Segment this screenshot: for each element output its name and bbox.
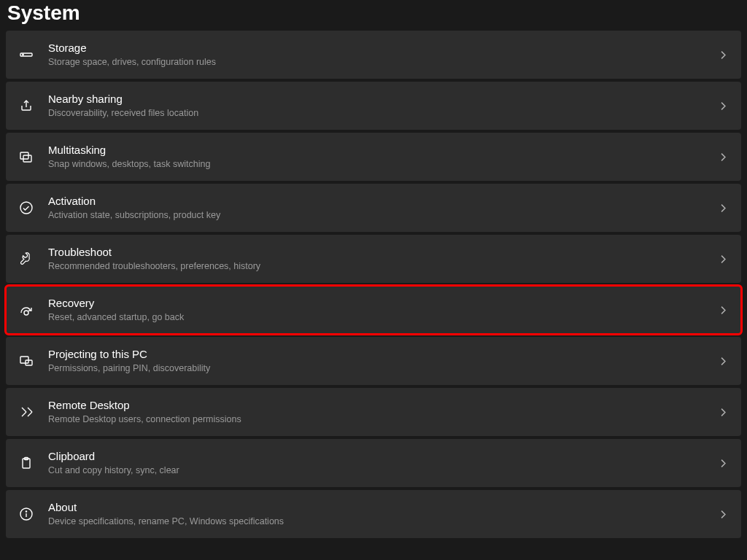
- item-text: Nearby sharingDiscoverability, received …: [48, 92, 719, 120]
- share-icon: [19, 98, 34, 113]
- settings-item-activation[interactable]: ActivationActivation state, subscription…: [6, 184, 741, 232]
- item-text: Remote DesktopRemote Desktop users, conn…: [48, 398, 719, 426]
- settings-item-clipboard[interactable]: ClipboardCut and copy history, sync, cle…: [6, 439, 741, 487]
- item-text: TroubleshootRecommended troubleshooters,…: [48, 245, 719, 273]
- troubleshoot-icon: [19, 252, 34, 266]
- settings-item-storage[interactable]: StorageStorage space, drives, configurat…: [6, 31, 741, 79]
- item-text: ClipboardCut and copy history, sync, cle…: [48, 449, 719, 477]
- multitasking-icon: [19, 149, 34, 164]
- settings-item-troubleshoot[interactable]: TroubleshootRecommended troubleshooters,…: [6, 235, 741, 283]
- about-icon: [19, 507, 34, 521]
- clipboard-icon: [19, 456, 34, 470]
- item-desc: Discoverability, received files location: [48, 107, 719, 120]
- item-title: Multitasking: [48, 143, 719, 158]
- chevron-right-icon: [719, 203, 728, 213]
- item-desc: Cut and copy history, sync, clear: [48, 464, 719, 478]
- chevron-right-icon: [719, 152, 728, 162]
- item-desc: Permissions, pairing PIN, discoverabilit…: [48, 362, 719, 376]
- settings-item-recovery[interactable]: RecoveryReset, advanced startup, go back: [6, 286, 741, 334]
- chevron-right-icon: [719, 254, 728, 264]
- item-desc: Storage space, drives, configuration rul…: [48, 56, 719, 69]
- item-title: Projecting to this PC: [48, 347, 719, 362]
- item-title: Storage: [48, 41, 719, 55]
- item-text: MultitaskingSnap windows, desktops, task…: [48, 143, 719, 171]
- item-title: Activation: [48, 194, 719, 209]
- chevron-right-icon: [719, 101, 728, 111]
- chevron-right-icon: [719, 357, 728, 366]
- settings-item-multitasking[interactable]: MultitaskingSnap windows, desktops, task…: [6, 133, 741, 181]
- item-desc: Recommended troubleshooters, preferences…: [48, 260, 719, 273]
- item-title: Clipboard: [48, 449, 719, 464]
- chevron-right-icon: [719, 306, 728, 315]
- item-text: ActivationActivation state, subscription…: [48, 194, 719, 222]
- projecting-icon: [19, 354, 34, 368]
- page-title: System: [7, 1, 747, 25]
- item-desc: Activation state, subscriptions, product…: [48, 209, 719, 222]
- item-title: Troubleshoot: [48, 245, 719, 260]
- item-desc: Reset, advanced startup, go back: [48, 311, 719, 324]
- remote-desktop-icon: [19, 405, 34, 419]
- item-text: RecoveryReset, advanced startup, go back: [48, 296, 719, 324]
- chevron-right-icon: [719, 50, 728, 60]
- item-title: Nearby sharing: [48, 92, 719, 106]
- item-title: About: [48, 500, 719, 515]
- activation-icon: [19, 201, 34, 215]
- settings-item-remote-desktop[interactable]: Remote DesktopRemote Desktop users, conn…: [6, 388, 741, 436]
- storage-icon: [19, 47, 34, 62]
- item-title: Recovery: [48, 296, 719, 311]
- chevron-right-icon: [719, 510, 728, 519]
- item-text: Projecting to this PCPermissions, pairin…: [48, 347, 719, 375]
- settings-item-about[interactable]: AboutDevice specifications, rename PC, W…: [6, 490, 741, 538]
- settings-list: StorageStorage space, drives, configurat…: [0, 31, 747, 544]
- item-desc: Snap windows, desktops, task switching: [48, 158, 719, 171]
- item-text: StorageStorage space, drives, configurat…: [48, 41, 719, 69]
- settings-item-projecting-to-this-pc[interactable]: Projecting to this PCPermissions, pairin…: [6, 337, 741, 385]
- recovery-icon: [19, 303, 34, 317]
- chevron-right-icon: [719, 408, 728, 417]
- item-title: Remote Desktop: [48, 398, 719, 413]
- settings-item-nearby-sharing[interactable]: Nearby sharingDiscoverability, received …: [6, 82, 741, 130]
- item-text: AboutDevice specifications, rename PC, W…: [48, 500, 719, 528]
- item-desc: Device specifications, rename PC, Window…: [48, 516, 719, 529]
- item-desc: Remote Desktop users, connection permiss…: [48, 413, 719, 427]
- chevron-right-icon: [719, 459, 728, 468]
